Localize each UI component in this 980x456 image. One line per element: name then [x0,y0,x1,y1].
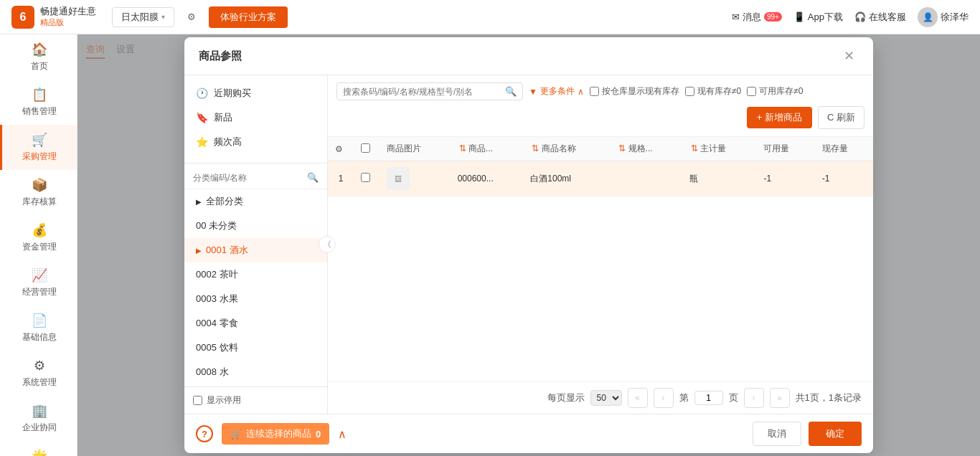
left-panel-tabs: 🕐 近期购买 🔖 新品 ⭐ 频次高 [184,75,327,160]
dialog-close-btn[interactable]: ✕ [839,46,859,66]
sidebar-item-inventory[interactable]: 📦 库存核算 [0,170,77,215]
page-size-select[interactable]: 50 [590,390,622,406]
category-0004[interactable]: 0004 零食 [184,311,327,336]
cart-btn[interactable]: 🛒 连续选择的商品 0 [222,423,329,445]
show-disabled-checkbox[interactable] [193,396,202,405]
sidebar-item-enterprise[interactable]: 🏢 企业协同 [0,396,77,441]
category-0002[interactable]: 0002 茶叶 [184,262,327,287]
select-all-checkbox[interactable] [361,143,370,153]
avatar-icon: 👤 [923,12,933,22]
th-name[interactable]: ⇅ 商品名称 [523,137,610,161]
avatar: 👤 [918,7,938,27]
td-row-checkbox[interactable] [354,161,380,196]
sidebar: 🏠 首页 📋 销售管理 🛒 采购管理 📦 库存核算 💰 资金管理 📈 经营管理 … [0,34,77,456]
cart-count: 0 [316,429,321,440]
add-product-btn[interactable]: + 新增商品 [747,107,812,128]
sidebar-item-sales[interactable]: 📋 销售管理 [0,80,77,125]
messages-btn[interactable]: ✉ 消息 99 [732,11,782,24]
sidebar-item-guide[interactable]: 🌟 新手引导 [0,441,77,456]
nav-gear-icon[interactable]: ⚙ [180,6,203,29]
product-reference-dialog: 商品参照 ✕ 🕐 近期购买 🔖 [184,37,873,453]
help-icon-btn[interactable]: ? [196,425,213,442]
sidebar-item-home[interactable]: 🏠 首页 [0,34,77,80]
sidebar-item-system[interactable]: ⚙ 系统管理 [0,351,77,396]
guide-icon: 🌟 [32,448,47,456]
th-code[interactable]: ⇅ 商品... [451,137,524,161]
refresh-btn[interactable]: C 刷新 [818,106,864,129]
category-search-input[interactable] [193,173,303,183]
category-search-icon[interactable]: 🔍 [307,172,319,183]
left-panel-collapse-btn[interactable]: 《 [319,236,336,253]
search-box: 🔍 [336,82,523,100]
sidebar-item-basic[interactable]: 📄 基础信息 [0,305,77,351]
footer-right: 取消 确定 [753,422,862,446]
enterprise-icon: 🏢 [32,403,47,419]
confirm-btn[interactable]: 确定 [809,422,862,446]
tab-recent-purchase[interactable]: 🕐 近期购买 [184,81,327,105]
page-next-btn[interactable]: › [744,388,764,408]
online-service-btn[interactable]: 🎧 在线客服 [854,11,906,24]
th-settings[interactable]: ⚙ [328,137,354,161]
dialog-body: 🕐 近期购买 🔖 新品 ⭐ 频次高 [184,75,873,414]
category-0003[interactable]: 0003 水果 [184,287,327,311]
th-checkbox[interactable] [354,137,380,161]
dropdown-arrow-icon: ▾ [161,13,165,21]
checkbox-by-warehouse[interactable]: 按仓库显示现有库存 [590,85,679,98]
checkbox-available-stock[interactable]: 可用库存≠0 [747,85,803,98]
th-unit[interactable]: ⇅ 主计量 [682,137,757,161]
category-search: 🔍 [184,166,327,189]
nav-center: 日太阳膜 ▾ ⚙ 体验行业方案 [112,6,732,29]
dialog-header: 商品参照 ✕ [184,37,873,75]
th-available: 可用量 [756,137,814,161]
basic-icon: 📄 [32,313,47,328]
tab-new-product[interactable]: 🔖 新品 [184,105,327,130]
tab-frequent[interactable]: ⭐ 频次高 [184,130,327,154]
filter-btn[interactable]: ▼ 更多条件 ∧ [529,85,584,98]
category-0001[interactable]: ▶ 0001 酒水 [184,238,327,262]
recent-icon: 🕐 [196,87,208,99]
left-panel-divider [184,163,327,163]
cancel-btn[interactable]: 取消 [753,422,801,446]
page-prev-btn[interactable]: ‹ [654,388,674,408]
cart-icon: 🛒 [230,429,242,440]
logo-area: 6 畅捷通好生意 精品版 [11,6,112,29]
table-header-row: ⚙ 商品图片 [328,137,873,161]
sidebar-item-purchase[interactable]: 🛒 采购管理 [0,125,77,170]
collapse-bottom-btn[interactable]: ∧ [338,427,347,441]
page-first-btn[interactable]: « [628,388,648,408]
th-spec[interactable]: ⇅ 规格... [610,137,682,161]
right-panel: 🔍 ▼ 更多条件 ∧ 按仓库显示现有库存 [328,75,873,414]
dialog-footer: ? 🛒 连续选择的商品 0 ∧ 取消 确定 [184,414,873,453]
category-0008[interactable]: 0008 水 [184,360,327,384]
filter-icon: ▼ [529,87,537,97]
checkbox-current-stock[interactable]: 现有库存≠0 [685,85,741,98]
main-content: 查询 设置 商品参照 ✕ 🕐 [77,34,980,456]
home-icon: 🏠 [32,42,47,57]
product-search-input[interactable] [343,87,501,97]
sales-icon: 📋 [32,87,47,103]
td-image: 🖼 [380,161,451,196]
category-00[interactable]: 00 未分类 [184,214,327,238]
category-0005[interactable]: 0005 饮料 [184,336,327,360]
page-input[interactable] [694,391,723,405]
search-icon[interactable]: 🔍 [505,86,517,97]
td-code: 000600... [451,161,524,196]
finance-icon: 💰 [32,222,47,238]
category-all[interactable]: ▶ 全部分类 [184,189,327,214]
app-download-btn[interactable]: 📱 App下载 [793,11,843,24]
sidebar-item-operations[interactable]: 📈 经营管理 [0,260,77,305]
td-unit: 瓶 [682,161,757,196]
user-profile-btn[interactable]: 👤 徐泽华 [918,7,969,27]
per-page-label: 每页显示 [547,391,585,404]
page-last-btn[interactable]: » [770,388,790,408]
nav-industry-btn[interactable]: 体验行业方案 [209,6,288,28]
nav-right: ✉ 消息 99 📱 App下载 🎧 在线客服 👤 徐泽华 [732,7,969,27]
page-suffix: 页 [729,391,738,404]
username-label: 徐泽华 [941,11,969,24]
sidebar-item-finance[interactable]: 💰 资金管理 [0,215,77,260]
td-available: -1 [756,161,814,196]
main-layout: 🏠 首页 📋 销售管理 🛒 采购管理 📦 库存核算 💰 资金管理 📈 经营管理 … [0,34,980,456]
nav-dropdown[interactable]: 日太阳膜 ▾ [112,7,174,27]
table-row[interactable]: 1 🖼 [328,161,873,196]
headset-icon: 🎧 [854,11,866,22]
